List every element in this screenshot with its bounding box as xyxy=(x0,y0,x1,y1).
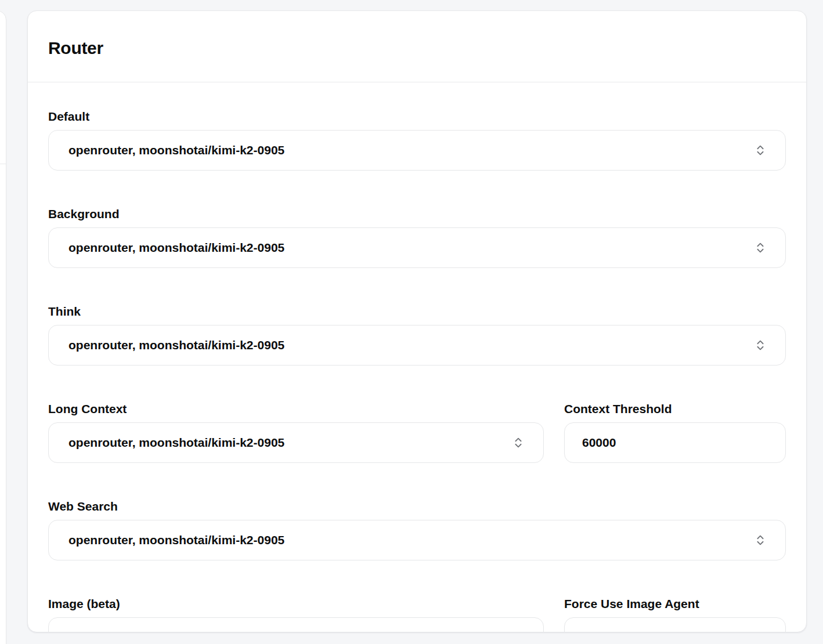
adjacent-panel-edge xyxy=(0,10,6,644)
chevrons-up-down-icon xyxy=(754,534,767,547)
long-context-model-select[interactable]: openrouter, moonshotai/kimi-k2-0905 xyxy=(48,422,544,463)
default-model-value: openrouter, moonshotai/kimi-k2-0905 xyxy=(68,143,284,157)
long-context-group: Long Context openrouter, moonshotai/kimi… xyxy=(48,401,544,463)
image-beta-label: Image (beta) xyxy=(48,596,544,612)
field-row-web-search: Web Search openrouter, moonshotai/kimi-k… xyxy=(48,499,786,560)
default-model-select[interactable]: openrouter, moonshotai/kimi-k2-0905 xyxy=(48,130,786,171)
chevrons-up-down-icon xyxy=(754,339,767,352)
think-label: Think xyxy=(48,304,786,319)
router-settings-card: Router Default openrouter, moonshotai/ki… xyxy=(27,10,807,632)
image-group: Image (beta) xyxy=(48,596,544,632)
chevrons-up-down-icon xyxy=(754,144,767,157)
context-threshold-label: Context Threshold xyxy=(564,401,786,417)
chevrons-up-down-icon xyxy=(754,241,767,254)
long-context-label: Long Context xyxy=(48,401,544,417)
image-model-select[interactable] xyxy=(48,617,544,632)
background-label: Background xyxy=(48,207,786,222)
field-row-background: Background openrouter, moonshotai/kimi-k… xyxy=(48,207,786,268)
chevrons-up-down-icon xyxy=(512,631,525,632)
field-row-long-context: Long Context openrouter, moonshotai/kimi… xyxy=(48,401,786,463)
card-content: Default openrouter, moonshotai/kimi-k2-0… xyxy=(28,82,806,632)
card-title: Router xyxy=(48,38,786,59)
field-row-image: Image (beta) Force Use Image Agent xyxy=(48,596,786,632)
think-model-value: openrouter, moonshotai/kimi-k2-0905 xyxy=(68,338,284,352)
think-model-select[interactable]: openrouter, moonshotai/kimi-k2-0905 xyxy=(48,325,786,366)
long-context-model-value: openrouter, moonshotai/kimi-k2-0905 xyxy=(68,436,284,450)
background-model-value: openrouter, moonshotai/kimi-k2-0905 xyxy=(68,241,284,255)
chevrons-up-down-icon xyxy=(512,436,525,449)
context-threshold-group: Context Threshold xyxy=(564,401,786,463)
force-image-agent-group: Force Use Image Agent xyxy=(564,596,786,632)
web-search-label: Web Search xyxy=(48,499,786,514)
default-label: Default xyxy=(48,109,786,124)
force-image-agent-label: Force Use Image Agent xyxy=(564,596,786,612)
web-search-model-select[interactable]: openrouter, moonshotai/kimi-k2-0905 xyxy=(48,520,786,560)
web-search-model-value: openrouter, moonshotai/kimi-k2-0905 xyxy=(68,533,284,547)
adjacent-panel-divider xyxy=(0,164,6,164)
card-header: Router xyxy=(28,11,806,82)
force-image-agent-input[interactable] xyxy=(564,617,786,632)
field-row-think: Think openrouter, moonshotai/kimi-k2-090… xyxy=(48,304,786,366)
background-model-select[interactable]: openrouter, moonshotai/kimi-k2-0905 xyxy=(48,227,786,268)
field-row-default: Default openrouter, moonshotai/kimi-k2-0… xyxy=(48,109,786,171)
context-threshold-input[interactable] xyxy=(564,422,786,463)
